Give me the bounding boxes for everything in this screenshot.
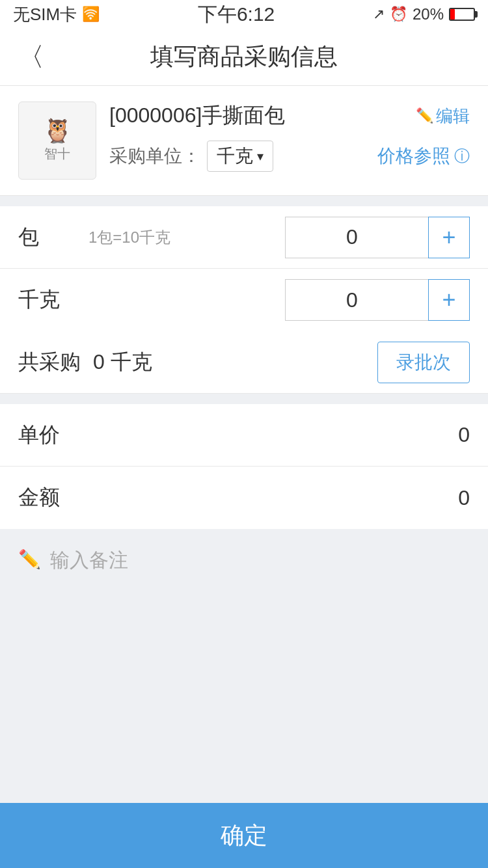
product-meta: 采购单位： 千克 ▾ 价格参照 ⓘ <box>109 141 470 172</box>
status-bar: 无SIM卡 🛜 下午6:12 ↗ ⏰ 20% <box>0 0 488 29</box>
purchase-unit-label: 采购单位： <box>109 144 200 169</box>
unit-price-row: 单价 0 <box>0 404 488 467</box>
bag-quantity-input[interactable] <box>285 217 428 258</box>
bag-label: 包 <box>18 223 83 252</box>
carrier-label: 无SIM卡 <box>13 3 77 26</box>
price-section: 单价 0 金额 0 <box>0 404 488 529</box>
unit-price-label: 单价 <box>18 421 60 450</box>
kg-label: 千克 <box>18 286 83 314</box>
status-time: 下午6:12 <box>198 1 275 28</box>
product-info: [0000006]手撕面包 ✏️ 编辑 采购单位： 千克 ▾ 价格参照 ⓘ <box>109 102 470 172</box>
product-header: [0000006]手撕面包 ✏️ 编辑 <box>109 102 470 130</box>
confirm-bar[interactable]: 确定 <box>0 803 488 868</box>
nav-bar: 〈 填写商品采购信息 <box>0 29 488 86</box>
status-left: 无SIM卡 🛜 <box>13 3 100 26</box>
edit-icon: ✏️ <box>416 107 433 124</box>
price-ref-button[interactable]: 价格参照 ⓘ <box>377 144 470 169</box>
info-icon: ⓘ <box>454 146 470 167</box>
back-button[interactable]: 〈 <box>18 39 44 75</box>
bag-unit-label: 1包=10千克 <box>88 227 285 248</box>
wifi-icon: 🛜 <box>82 6 100 23</box>
unit-price-value: 0 <box>458 423 470 447</box>
status-right: ↗ ⏰ 20% <box>373 5 475 23</box>
purchase-unit: 采购单位： 千克 ▾ <box>109 141 273 172</box>
section-divider-2 <box>0 394 488 404</box>
kg-input-control: + <box>285 279 470 321</box>
note-input[interactable]: 输入备注 <box>50 547 128 574</box>
input-section: 包 1包=10千克 + 千克 + <box>0 206 488 331</box>
amount-row: 金额 0 <box>0 467 488 529</box>
section-divider-1 <box>0 196 488 206</box>
page-title: 填写商品采购信息 <box>150 41 338 73</box>
kg-row: 千克 + <box>0 269 488 331</box>
kg-plus-button[interactable]: + <box>428 279 470 321</box>
kg-quantity-input[interactable] <box>285 279 428 321</box>
location-icon: ↗ <box>373 6 385 23</box>
battery-percent: 20% <box>413 5 444 23</box>
bag-row: 包 1包=10千克 + <box>0 206 488 269</box>
pencil-icon: ✏️ <box>18 549 41 570</box>
note-section[interactable]: ✏️ 输入备注 <box>0 529 488 607</box>
batch-button[interactable]: 录批次 <box>377 342 470 383</box>
bag-plus-button[interactable]: + <box>428 217 470 258</box>
amount-value: 0 <box>458 486 470 510</box>
alarm-icon: ⏰ <box>390 6 407 23</box>
amount-label: 金额 <box>18 483 60 512</box>
product-image-icon: 🦉 <box>43 119 72 142</box>
total-value: 0 千克 <box>87 348 377 377</box>
product-card: 🦉 智十 [0000006]手撕面包 ✏️ 编辑 采购单位： 千克 ▾ 价格参照… <box>0 86 488 196</box>
edit-button[interactable]: ✏️ 编辑 <box>416 105 470 128</box>
product-image-text: 智十 <box>44 145 70 163</box>
confirm-button[interactable]: 确定 <box>221 820 267 852</box>
product-name: [0000006]手撕面包 <box>109 102 285 130</box>
unit-dropdown[interactable]: 千克 ▾ <box>207 141 273 172</box>
bag-input-control: + <box>285 217 470 258</box>
chevron-down-icon: ▾ <box>257 148 264 164</box>
battery-icon <box>449 8 475 21</box>
total-row: 共采购 0 千克 录批次 <box>0 331 488 394</box>
product-image: 🦉 智十 <box>18 102 96 180</box>
total-label: 共采购 <box>18 348 81 377</box>
